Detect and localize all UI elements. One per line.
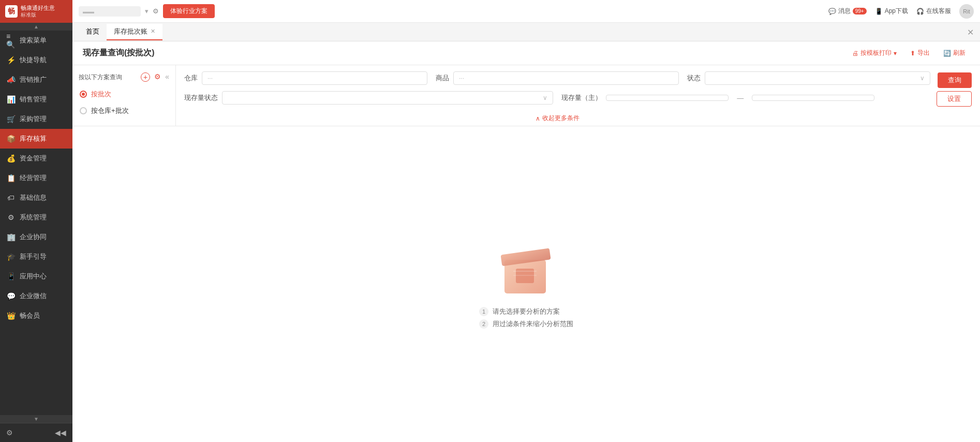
enterprise-icon: 🏢 bbox=[6, 232, 16, 242]
print-chevron-icon: ▾ bbox=[894, 50, 897, 57]
refresh-btn[interactable]: 🔄 刷新 bbox=[939, 47, 970, 60]
newbie-icon: 🎓 bbox=[6, 252, 16, 261]
search-icon: ≡🔍 bbox=[6, 36, 16, 45]
collapse-more-btn[interactable]: ∧ 收起更多条件 bbox=[184, 111, 930, 126]
settings-footer-icon[interactable]: ⚙ bbox=[6, 429, 13, 437]
search-area[interactable]: ▬▬ bbox=[79, 6, 141, 17]
sidebar-scroll-down[interactable]: ▼ bbox=[0, 415, 72, 423]
sidebar-item-sales[interactable]: 📊 销售管理 bbox=[0, 90, 72, 109]
stock-qty-from[interactable] bbox=[606, 95, 729, 101]
stock-qty-label: 现存量（主） bbox=[561, 93, 602, 102]
product-input[interactable]: ··· bbox=[453, 71, 679, 85]
sidebar-item-app-center[interactable]: 📱 应用中心 bbox=[0, 267, 72, 286]
svg-rect-2 bbox=[516, 269, 534, 283]
online-service-btn[interactable]: 🎧 在线客服 bbox=[916, 7, 951, 16]
message-btn[interactable]: 💬 消息 99+ bbox=[828, 7, 867, 16]
user-area[interactable]: Rit bbox=[959, 4, 974, 19]
scheme-label-batch: 按批次 bbox=[91, 90, 111, 99]
filter-row-2: 现存量状态 ∨ 现存量（主） — bbox=[184, 91, 930, 105]
status-chevron-icon: ∨ bbox=[920, 75, 925, 82]
stock-status-select[interactable]: ∨ bbox=[222, 91, 553, 105]
collapse-sidebar-icon[interactable]: ◀◀ bbox=[55, 429, 66, 437]
sidebar-item-purchase[interactable]: 🛒 采购管理 bbox=[0, 109, 72, 129]
refresh-icon: 🔄 bbox=[943, 50, 951, 57]
system-icon: ⚙ bbox=[6, 213, 16, 222]
query-btn[interactable]: 查询 bbox=[938, 72, 972, 88]
scheme-header-icons: + ⚙ « bbox=[141, 72, 169, 82]
sidebar-item-label: 新手引导 bbox=[20, 252, 47, 261]
tab-batch-account[interactable]: 库存批次账 ✕ bbox=[107, 24, 162, 40]
sidebar-item-label: 资金管理 bbox=[20, 154, 47, 163]
sidebar-item-wechat[interactable]: 💬 企业微信 bbox=[0, 286, 72, 306]
tab-home-label: 首页 bbox=[86, 27, 99, 36]
content-area: 现存量查询(按批次) 🖨 按模板打印 ▾ ⬆ 导出 🔄 刷新 bbox=[72, 41, 980, 442]
sidebar-item-member[interactable]: 👑 畅会员 bbox=[0, 306, 72, 326]
warehouse-filter-group: 仓库 ··· bbox=[184, 71, 427, 85]
app-name: 畅康通好生意 bbox=[21, 4, 55, 11]
sidebar-item-quick-nav[interactable]: ⚡ 快捷导航 bbox=[0, 50, 72, 70]
stock-qty-group: 现存量（主） — bbox=[561, 93, 930, 102]
sidebar-item-system[interactable]: ⚙ 系统管理 bbox=[0, 208, 72, 227]
scheme-item-warehouse-batch[interactable]: 按仓库+批次 bbox=[72, 102, 175, 119]
app-logo: 畅 bbox=[5, 5, 18, 18]
wechat-icon: 💬 bbox=[6, 291, 16, 301]
stock-qty-dash: — bbox=[733, 94, 748, 102]
export-icon: ⬆ bbox=[910, 50, 915, 57]
close-tab-btn[interactable]: ✕ bbox=[967, 27, 974, 37]
scheme-item-batch[interactable]: 按批次 bbox=[72, 86, 175, 102]
scheme-add-icon[interactable]: + bbox=[141, 72, 150, 82]
sidebar-item-basics[interactable]: 🏷 基础信息 bbox=[0, 188, 72, 208]
sidebar-item-operations[interactable]: 📋 经营管理 bbox=[0, 168, 72, 188]
sidebar-item-search[interactable]: ≡🔍 搜索菜单 bbox=[0, 31, 72, 50]
export-btn[interactable]: ⬆ 导出 bbox=[906, 47, 934, 60]
warehouse-dots: ··· bbox=[207, 75, 213, 82]
settings-btn[interactable]: 设置 bbox=[937, 91, 972, 107]
empty-box-svg bbox=[495, 240, 557, 297]
status-select[interactable]: ∨ bbox=[705, 71, 930, 85]
sidebar-item-label: 营销推广 bbox=[20, 75, 47, 84]
hint-num-2: 2 bbox=[479, 319, 488, 329]
product-filter-group: 商品 ··· bbox=[436, 71, 679, 85]
tab-batch-label: 库存批次账 bbox=[114, 27, 147, 36]
empty-state: 1 请先选择要分析的方案 2 用过滤条件来缩小分析范围 bbox=[72, 126, 980, 442]
stock-qty-to[interactable] bbox=[752, 95, 874, 101]
app-center-icon: 📱 bbox=[6, 272, 16, 281]
status-label: 状态 bbox=[687, 73, 701, 83]
sidebar-footer: ⚙ ◀◀ bbox=[0, 423, 72, 442]
sidebar-item-label: 企业微信 bbox=[20, 291, 47, 301]
sidebar-item-label: 企业协同 bbox=[20, 232, 47, 242]
sidebar-item-newbie[interactable]: 🎓 新手引导 bbox=[0, 247, 72, 267]
warehouse-input[interactable]: ··· bbox=[202, 71, 427, 85]
tabbar: 首页 库存批次账 ✕ ✕ bbox=[72, 23, 980, 41]
hint-num-1: 1 bbox=[479, 307, 488, 316]
trial-btn[interactable]: 体验行业方案 bbox=[163, 4, 215, 18]
sidebar-item-finance[interactable]: 💰 资金管理 bbox=[0, 149, 72, 168]
sidebar-item-label: 采购管理 bbox=[20, 114, 47, 124]
main-area: ▬▬ ▾ ⚙ 体验行业方案 💬 消息 99+ 📱 App下载 🎧 在线客服 bbox=[72, 0, 980, 442]
sidebar-item-enterprise[interactable]: 🏢 企业协同 bbox=[0, 227, 72, 247]
tab-home[interactable]: 首页 bbox=[79, 24, 107, 40]
sidebar-item-label: 快捷导航 bbox=[20, 55, 47, 65]
sidebar-item-label: 经营管理 bbox=[20, 173, 47, 183]
app-download-btn[interactable]: 📱 App下载 bbox=[875, 7, 908, 16]
filter-fields: 仓库 ··· 商品 ··· 状态 bbox=[176, 65, 980, 126]
filter-area: 按以下方案查询 + ⚙ « 按批次 按仓库+批次 bbox=[72, 65, 980, 126]
scheme-radio-batch bbox=[80, 91, 87, 98]
sidebar-item-label: 库存核算 bbox=[20, 134, 47, 143]
chevron-up-icon: ∧ bbox=[536, 115, 540, 122]
sidebar-item-label: 应用中心 bbox=[20, 272, 47, 281]
filter-inputs: 仓库 ··· 商品 ··· 状态 bbox=[184, 71, 930, 126]
print-btn[interactable]: 🖨 按模板打印 ▾ bbox=[848, 47, 901, 60]
hint-text-2: 用过滤条件来缩小分析范围 bbox=[493, 319, 573, 329]
sidebar-scroll-up[interactable]: ▲ bbox=[0, 23, 72, 31]
sidebar: 畅 畅康通好生意 标准版 ▲ ≡🔍 搜索菜单 ⚡ 快捷导航 📣 营销推广 📊 销… bbox=[0, 0, 72, 442]
topbar-chevron-icon[interactable]: ▾ bbox=[145, 7, 149, 15]
topbar-settings-icon[interactable]: ⚙ bbox=[153, 7, 159, 15]
sidebar-item-inventory[interactable]: 📦 库存核算 bbox=[0, 129, 72, 149]
scheme-label-warehouse: 按仓库+批次 bbox=[91, 106, 129, 115]
sidebar-item-marketing[interactable]: 📣 营销推广 bbox=[0, 70, 72, 90]
scheme-collapse-icon[interactable]: « bbox=[165, 72, 169, 82]
hint-text-1: 请先选择要分析的方案 bbox=[493, 307, 560, 316]
scheme-settings-icon[interactable]: ⚙ bbox=[154, 72, 161, 82]
tab-close-icon[interactable]: ✕ bbox=[151, 28, 155, 35]
